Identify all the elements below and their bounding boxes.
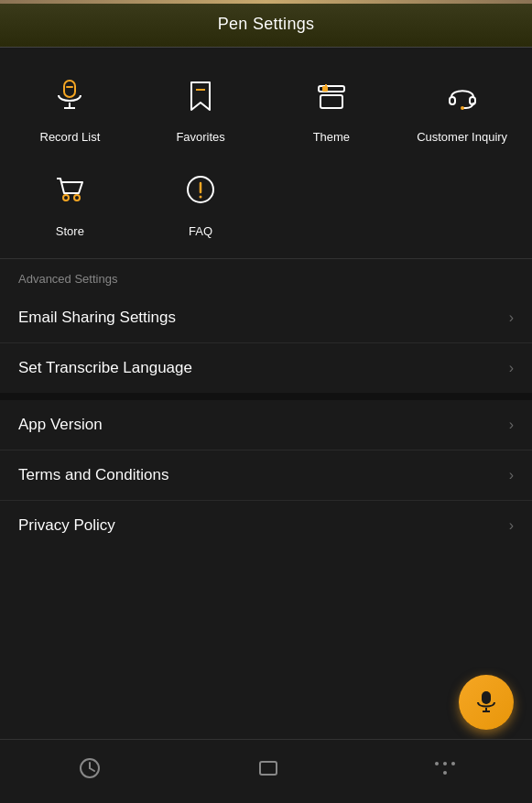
terms-item[interactable]: Terms and Conditions › bbox=[0, 450, 532, 501]
main-icon-grid-row2: Store FAQ bbox=[0, 164, 532, 258]
favorites-button[interactable]: Favorites bbox=[140, 70, 262, 146]
privacy-item[interactable]: Privacy Policy › bbox=[0, 501, 532, 550]
svg-rect-0 bbox=[64, 81, 75, 97]
svg-rect-17 bbox=[482, 691, 491, 704]
main-icon-grid-row1: Record List Favorites Theme bbox=[0, 48, 532, 164]
cart-icon bbox=[51, 171, 88, 208]
privacy-chevron: › bbox=[509, 517, 514, 534]
transcribe-language-chevron: › bbox=[509, 360, 514, 376]
pen-settings-header: Pen Settings bbox=[0, 4, 532, 48]
faq-button[interactable]: FAQ bbox=[140, 164, 262, 240]
advanced-settings-list: Email Sharing Settings › Set Transcribe … bbox=[0, 293, 532, 393]
svg-rect-23 bbox=[260, 762, 277, 775]
faq-label: FAQ bbox=[189, 224, 212, 240]
svg-rect-9 bbox=[450, 97, 455, 104]
record-fab-button[interactable] bbox=[459, 675, 514, 730]
customer-inquiry-label: Customer Inquiry bbox=[417, 130, 507, 146]
customer-inquiry-button[interactable]: Customer Inquiry bbox=[401, 70, 523, 146]
email-sharing-item[interactable]: Email Sharing Settings › bbox=[0, 293, 532, 343]
theme-button[interactable]: Theme bbox=[271, 70, 393, 146]
privacy-label: Privacy Policy bbox=[18, 516, 115, 535]
clock-icon bbox=[78, 756, 102, 780]
svg-point-13 bbox=[74, 195, 80, 201]
exclamation-circle-icon bbox=[182, 171, 219, 208]
theme-label: Theme bbox=[313, 130, 350, 146]
settings-group2-list: App Version › Terms and Conditions › Pri… bbox=[0, 400, 532, 550]
nav-more-button[interactable] bbox=[417, 754, 473, 782]
email-sharing-label: Email Sharing Settings bbox=[18, 309, 176, 327]
svg-rect-7 bbox=[320, 95, 342, 108]
email-sharing-chevron: › bbox=[509, 309, 514, 326]
app-version-label: App Version bbox=[18, 416, 103, 434]
app-version-chevron: › bbox=[509, 417, 514, 433]
terms-label: Terms and Conditions bbox=[18, 466, 168, 484]
square-icon bbox=[256, 756, 280, 780]
nav-history-button[interactable] bbox=[60, 749, 120, 787]
fab-mic-icon bbox=[473, 689, 499, 715]
svg-point-12 bbox=[63, 195, 69, 201]
record-list-icon-container bbox=[44, 70, 95, 121]
svg-line-22 bbox=[90, 768, 94, 771]
transcribe-language-item[interactable]: Set Transcribe Language › bbox=[0, 343, 532, 393]
store-label: Store bbox=[56, 224, 84, 240]
faq-icon-container bbox=[175, 164, 226, 215]
svg-point-16 bbox=[200, 195, 202, 198]
nav-home-button[interactable] bbox=[238, 749, 299, 787]
advanced-settings-label: Advanced Settings bbox=[0, 259, 532, 293]
headset-icon bbox=[444, 77, 481, 114]
transcribe-language-label: Set Transcribe Language bbox=[18, 359, 192, 377]
microphone-icon bbox=[51, 77, 88, 114]
bottom-navigation bbox=[0, 739, 532, 803]
favorites-icon-container bbox=[175, 70, 226, 121]
bookmark-icon bbox=[182, 77, 219, 114]
record-list-label: Record List bbox=[40, 130, 101, 146]
customer-inquiry-icon-container bbox=[437, 70, 488, 121]
group-separator bbox=[0, 393, 532, 400]
store-button[interactable]: Store bbox=[9, 164, 131, 240]
theme-icon-container bbox=[306, 70, 357, 121]
svg-rect-6 bbox=[322, 86, 328, 92]
app-version-item[interactable]: App Version › bbox=[0, 400, 532, 450]
store-icon-container bbox=[44, 164, 95, 215]
svg-point-11 bbox=[461, 106, 464, 110]
three-dots-icon bbox=[435, 762, 455, 775]
page-title: Pen Settings bbox=[218, 15, 315, 33]
terms-chevron: › bbox=[509, 467, 514, 483]
svg-rect-3 bbox=[66, 86, 73, 88]
favorites-label: Favorites bbox=[176, 130, 224, 146]
record-list-button[interactable]: Record List bbox=[9, 70, 131, 146]
theme-icon bbox=[313, 77, 350, 114]
